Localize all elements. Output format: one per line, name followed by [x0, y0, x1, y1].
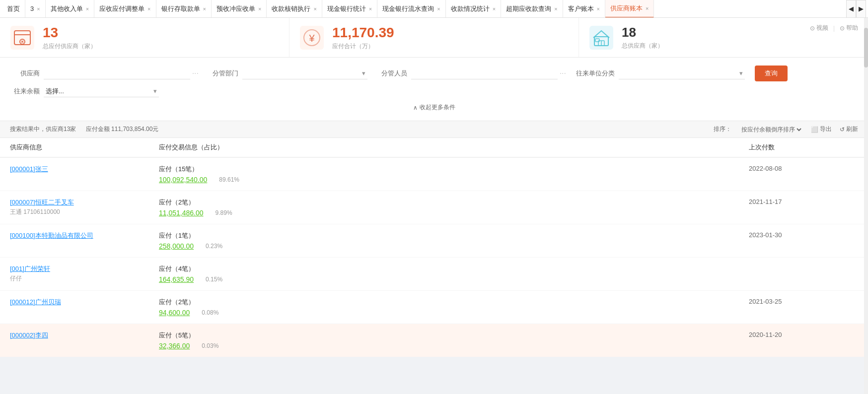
nav-tab-collect-stat-close[interactable]: × [493, 6, 496, 12]
payable-number: 13 [43, 24, 96, 41]
export-label: 导出 [820, 125, 832, 133]
supplier-sub: 仔仔 [10, 274, 159, 283]
query-button[interactable]: 查询 [755, 66, 788, 81]
nav-next-arrow[interactable]: ▶ [856, 0, 866, 18]
supplier-link[interactable]: [000002]李四 [10, 331, 159, 340]
refresh-button[interactable]: ↺ 刷新 [840, 125, 858, 133]
transaction-cell: 应付（4笔） 164,635.90 0.15% [159, 264, 749, 283]
transaction-cell: 应付（2笔） 11,051,486.00 9.89% [159, 198, 749, 217]
results-summary: 搜索结果中，供应商13家 应付金额 111,703,854.00元 [10, 125, 166, 133]
tx-amount[interactable]: 11,051,486.00 [159, 209, 204, 217]
balance-select[interactable]: 选择... [44, 85, 159, 97]
category-label: 往来单位分类 [576, 69, 615, 78]
last-pay-cell: 2021-03-25 [749, 298, 828, 305]
total-summary-text: 11,170.39 应付合计（万） [332, 24, 394, 51]
supplier-link[interactable]: [000100]本特勤油品有限公司 [10, 231, 159, 240]
nav-tab-collect-stat[interactable]: 收款情况统计 × [446, 0, 501, 18]
data-table: 供应商信息 应付交易信息（占比） 上次付数 [000001]张三 应付（15笔）… [0, 138, 868, 357]
nav-tab-income[interactable]: 其他收入单 × [46, 0, 94, 18]
refresh-label: 刷新 [846, 125, 858, 133]
dept-label: 分管部门 [209, 69, 238, 78]
nav-tab-bank[interactable]: 银行存取款单 × [156, 0, 212, 18]
nav-tab-bank-label: 银行存取款单 [161, 4, 200, 13]
tx-amount[interactable]: 164,635.90 [159, 275, 194, 283]
dept-select[interactable] [242, 67, 367, 79]
supplier-cell: [000007]恒旺二手叉车 王通 17106110000 [10, 198, 159, 216]
tx-count: 应付（2笔） [159, 198, 749, 207]
nav-tab-home[interactable]: 首页 [2, 0, 25, 18]
nav-tab-prepay-close[interactable]: × [258, 6, 261, 12]
nav-tab-adjust-label: 应收应付调整单 [99, 4, 145, 13]
chevron-up-icon: ∧ [413, 104, 418, 111]
export-button[interactable]: ⬜ 导出 [811, 125, 832, 133]
nav-tab-supplier-close[interactable]: × [646, 5, 649, 11]
supplier-cell: [000001]张三 [10, 165, 159, 174]
last-pay-cell: 2023-01-30 [749, 231, 828, 239]
supplier-cell: [000002]李四 [10, 331, 159, 340]
table-header: 供应商信息 应付交易信息（占比） 上次付数 [0, 138, 868, 158]
nav-tab-adjust-close[interactable]: × [147, 6, 150, 12]
nav-tab-overdue[interactable]: 超期应收款查询 × [501, 0, 563, 18]
supplier-link[interactable]: [000007]恒旺二手叉车 [10, 198, 159, 207]
search-row-2: 往来余额 选择... ▾ [10, 85, 858, 97]
table-row: [000100]本特勤油品有限公司 应付（1笔） 258,000.00 0.23… [0, 224, 868, 258]
nav-tab-customer[interactable]: 客户账本 × [563, 0, 605, 18]
refresh-icon: ↺ [840, 126, 845, 133]
tx-percent: 0.15% [206, 276, 222, 283]
category-select[interactable] [619, 67, 745, 79]
nav-tab-overdue-close[interactable]: × [554, 6, 557, 12]
last-pay-cell: 2022-08-08 [749, 165, 828, 172]
table-row: [000002]李四 应付（5笔） 32,366.00 0.03% 2020-1… [0, 324, 868, 357]
nav-tab-supplier[interactable]: 供应商账本 × [605, 0, 654, 18]
last-pay-cell: 2020-11-20 [749, 331, 828, 338]
nav-tab-3-label: 3 [30, 5, 34, 12]
tx-amount[interactable]: 258,000.00 [159, 242, 194, 250]
nav-tab-prepay[interactable]: 预收冲应收单 × [212, 0, 267, 18]
person-input[interactable] [411, 67, 558, 79]
nav-tab-3[interactable]: 3 × [25, 0, 46, 18]
tx-amount[interactable]: 32,366.00 [159, 342, 190, 350]
scrollbar-thumb[interactable] [864, 28, 868, 67]
supplier-link[interactable]: [000001]张三 [10, 165, 159, 174]
tx-amount[interactable]: 94,600.00 [159, 309, 190, 317]
scrollbar[interactable] [864, 18, 868, 357]
dept-field: 分管部门 ▾ [209, 67, 367, 79]
nav-tab-cash-flow[interactable]: 现金银行流水查询 × [377, 0, 445, 18]
nav-tab-income-close[interactable]: × [86, 6, 89, 12]
nav-tab-3-close[interactable]: × [37, 6, 40, 12]
nav-tab-customer-close[interactable]: × [597, 6, 600, 12]
supplier-link[interactable]: [001]广州荣轩 [10, 264, 159, 273]
supplier-dots-icon[interactable]: ··· [192, 69, 199, 78]
nav-tab-adjust[interactable]: 应收应付调整单 × [94, 0, 156, 18]
last-pay-cell: 2021-11-17 [749, 198, 828, 205]
video-link[interactable]: ⊙ 视频 [810, 24, 828, 32]
nav-tab-overdue-label: 超期应收款查询 [506, 4, 551, 13]
nav-prev-arrow[interactable]: ◀ [846, 0, 856, 18]
supplier-input[interactable] [44, 67, 190, 79]
collapse-button[interactable]: ∧ 收起更多条件 [10, 101, 858, 114]
export-icon: ⬜ [811, 126, 818, 133]
tx-amount[interactable]: 100,092,540.00 [159, 176, 207, 184]
nav-tab-cash-flow-close[interactable]: × [437, 6, 440, 12]
nav-tab-collection-close[interactable]: × [313, 6, 316, 12]
help-link[interactable]: ⊙ 帮助 [840, 24, 858, 32]
nav-tab-cash-stat[interactable]: 现金银行统计 × [322, 0, 377, 18]
nav-tab-bank-close[interactable]: × [203, 6, 206, 12]
col-header-transaction: 应付交易信息（占比） [159, 143, 749, 152]
nav-tab-collection[interactable]: 收款核销执行 × [267, 0, 322, 18]
dept-select-wrap: ▾ [242, 67, 367, 79]
supplier-link[interactable]: [000012]广州贝瑞 [10, 298, 159, 307]
sort-select[interactable]: 按应付余额倒序排序 [739, 126, 803, 133]
nav-tab-cash-stat-label: 现金银行统计 [327, 4, 366, 13]
all-suppliers-number: 18 [622, 25, 663, 40]
tx-percent: 9.89% [216, 209, 232, 216]
summary-bar: 13 总应付供应商（家） ¥ 11,170.39 应付合计（万） [0, 18, 868, 58]
search-area: 供应商 ··· 分管部门 ▾ 分管人员 ··· 往来单位分类 [0, 58, 868, 121]
transaction-cell: 应付（5笔） 32,366.00 0.03% [159, 331, 749, 350]
transaction-cell: 应付（1笔） 258,000.00 0.23% [159, 231, 749, 250]
nav-tab-cash-stat-close[interactable]: × [369, 6, 372, 12]
tx-percent: 0.08% [202, 309, 218, 316]
top-nav: 首页 3 × 其他收入单 × 应收应付调整单 × 银行存取款单 × 预收冲应收单… [0, 0, 868, 18]
person-dots-icon[interactable]: ··· [560, 69, 566, 78]
summary-item-payable: 13 总应付供应商（家） [0, 18, 289, 57]
